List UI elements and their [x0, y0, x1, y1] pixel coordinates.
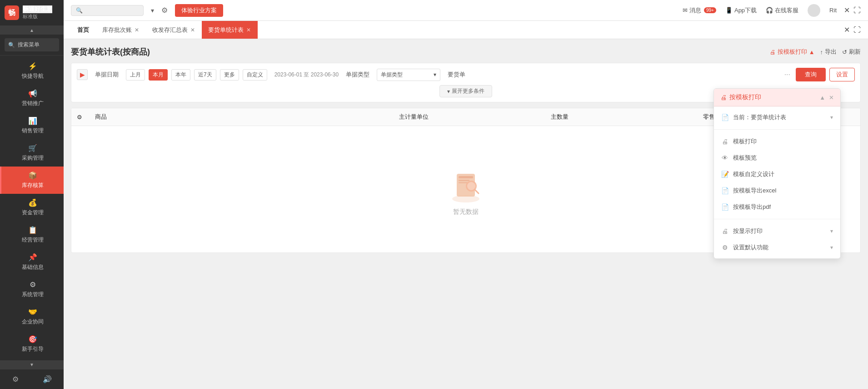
sidebar-bottom: ⚙ 🔊 — [0, 369, 64, 389]
svg-rect-4 — [459, 182, 468, 183]
close-window-icon[interactable]: ✕ — [844, 6, 850, 15]
settings-bottom-icon[interactable]: ⚙ — [10, 373, 20, 385]
dropdown-template-design[interactable]: 📝 模板自定义设计 — [714, 166, 840, 182]
dropdown-export-pdf-label: 按模板导出pdf — [733, 203, 771, 211]
finance-icon: 💰 — [28, 198, 37, 207]
username-label[interactable]: Rit — [829, 7, 837, 14]
sidebar-item-label: 企业协同 — [22, 318, 44, 326]
app-download-icon: 📱 — [725, 7, 733, 14]
sidebar-item-purchase[interactable]: 🛒 采购管理 — [0, 139, 64, 167]
col-checkbox: ⚙ — [77, 114, 95, 121]
app-download-action[interactable]: 📱 App下载 — [725, 6, 757, 15]
sidebar-item-label: 采购管理 — [22, 154, 44, 162]
export-label: 导出 — [825, 48, 837, 56]
tab-batch-account[interactable]: 库存批次账 ✕ — [96, 21, 146, 39]
dropdown-export-excel[interactable]: 📄 按模板导出excel — [714, 182, 840, 199]
svg-point-6 — [467, 182, 475, 190]
tab-home[interactable]: 首页 — [71, 21, 96, 39]
dropdown-excel-icon: 📄 — [721, 187, 728, 194]
refresh-button[interactable]: ↺ 刷新 — [842, 48, 861, 56]
dropdown-title-area: 🖨 按模板打印 — [720, 93, 761, 101]
tab-batch-label: 库存批次账 — [102, 26, 132, 34]
base-icon: 📌 — [28, 253, 37, 262]
header-search[interactable]: 🔍 — [71, 5, 144, 16]
query-button[interactable]: 查询 — [796, 68, 826, 81]
filter-expand-button[interactable]: ▾ 展开更多条件 — [439, 85, 492, 97]
top-header: 🔍 ▾ ⚙ 体验行业方案 ✉ 消息 99+ 📱 App下载 🎧 在线客服 Rit — [64, 0, 868, 21]
online-service-label: 在线客服 — [775, 6, 798, 15]
svg-rect-3 — [459, 180, 469, 181]
header-gear-icon[interactable]: ⚙ — [161, 6, 168, 15]
search-menu-button[interactable]: 🔍 搜索菜单 — [5, 38, 59, 51]
dropdown-template-print[interactable]: 🖨 模板打印 — [714, 133, 840, 150]
date-filter-label: 单据日期 — [95, 71, 119, 79]
table-settings-icon[interactable]: ⚙ — [77, 114, 82, 121]
tab-order-stats[interactable]: 要货单统计表 ✕ — [202, 21, 258, 39]
type-filter-select[interactable]: 单据类型 ▾ — [377, 69, 440, 81]
dropdown-set-default[interactable]: ⚙ 设置默认功能 ▾ — [714, 239, 840, 256]
export-button[interactable]: ↑ 导出 — [820, 48, 837, 56]
date-custom-btn[interactable]: 自定义 — [243, 69, 267, 81]
maximize-window-icon[interactable]: ⛶ — [853, 6, 861, 15]
sidebar-item-label: 系统管理 — [22, 291, 44, 298]
sidebar-item-label: 营销推广 — [22, 100, 44, 107]
brand-name: 畅通好生意 — [23, 5, 52, 13]
col-unit: 主计量单位 — [399, 113, 551, 121]
sidebar-scroll-up[interactable]: ▲ — [0, 26, 64, 35]
sidebar-item-collab[interactable]: 🤝 企业协同 — [0, 303, 64, 330]
sidebar-item-system[interactable]: ⚙ 系统管理 — [0, 276, 64, 303]
dropdown-display-icon: 🖨 — [721, 227, 728, 235]
sidebar-item-base[interactable]: 📌 基础信息 — [0, 248, 64, 276]
sidebar-item-guide[interactable]: 🎯 新手引导 — [0, 330, 64, 358]
tab-order-label: 要货单统计表 — [208, 26, 244, 34]
tab-receive-close-icon[interactable]: ✕ — [190, 27, 195, 33]
help-bottom-icon[interactable]: 🔊 — [41, 373, 54, 385]
tab-batch-close-icon[interactable]: ✕ — [135, 27, 139, 33]
date-7days-btn[interactable]: 近7天 — [194, 69, 216, 81]
filter-more-icon[interactable]: ··· — [783, 71, 792, 79]
search-icon: 🔍 — [8, 42, 15, 48]
date-prev-month-btn[interactable]: 上月 — [126, 69, 145, 81]
sidebar-item-marketing[interactable]: 📢 营销推广 — [0, 85, 64, 112]
filter-row: ▶ 单据日期 上月 本月 本年 近7天 更多 自定义 2023-06-01 至 … — [77, 68, 855, 81]
tab-order-close-icon[interactable]: ✕ — [246, 27, 251, 33]
online-service-action[interactable]: 🎧 在线客服 — [766, 6, 798, 15]
page-title: 要货单统计表(按商品) — [71, 46, 150, 57]
filter-toggle-button[interactable]: ▶ — [77, 69, 88, 80]
header-dropdown-icon[interactable]: ▾ — [151, 7, 154, 14]
trial-button[interactable]: 体验行业方案 — [175, 4, 223, 17]
date-curr-year-btn[interactable]: 本年 — [171, 69, 190, 81]
tab-expand-icon[interactable]: ⛶ — [853, 26, 861, 34]
sidebar-item-operations[interactable]: 📋 经营管理 — [0, 221, 64, 248]
tab-receive-label: 收发存汇总表 — [152, 26, 188, 34]
dropdown-template-preview[interactable]: 👁 模板预览 — [714, 150, 840, 166]
sidebar-item-sales[interactable]: 📊 销售管理 — [0, 112, 64, 139]
tab-receive-summary[interactable]: 收发存汇总表 ✕ — [146, 21, 202, 39]
sidebar-item-finance[interactable]: 💰 资金管理 — [0, 194, 64, 221]
avatar[interactable] — [808, 4, 820, 17]
dropdown-up-icon[interactable]: ▲ — [819, 94, 825, 101]
dropdown-printer-icon: 🖨 — [720, 94, 727, 101]
dropdown-current-chevron-icon: ▾ — [830, 114, 833, 121]
sidebar-scroll-down[interactable]: ▼ — [0, 360, 64, 369]
dropdown-template-print-label: 模板打印 — [733, 137, 757, 146]
dropdown-display-print[interactable]: 🖨 按显示打印 ▾ — [714, 223, 840, 239]
dropdown-export-pdf[interactable]: 📄 按模板导出pdf — [714, 199, 840, 215]
sales-icon: 📊 — [28, 116, 37, 125]
sidebar-item-inventory[interactable]: 📦 库存核算 — [0, 167, 64, 194]
header-actions: ✉ 消息 99+ 📱 App下载 🎧 在线客服 Rit — [683, 4, 837, 17]
tab-close-icon[interactable]: ✕ — [844, 25, 850, 34]
date-curr-month-btn[interactable]: 本月 — [149, 69, 168, 81]
dropdown-current-item[interactable]: 📄 当前：要货单统计表 ▾ — [714, 109, 840, 126]
sidebar-item-quick-nav[interactable]: ⚡ 快捷导航 — [0, 57, 64, 85]
message-action[interactable]: ✉ 消息 99+ — [683, 6, 716, 15]
quick-nav-icon: ⚡ — [28, 62, 37, 71]
dropdown-close-icon[interactable]: ✕ — [829, 94, 834, 101]
dropdown-template-preview-label: 模板预览 — [733, 154, 757, 162]
date-more-btn[interactable]: 更多 — [220, 69, 239, 81]
print-button[interactable]: 🖨 按模板打印 ▲ — [770, 48, 815, 56]
marketing-icon: 📢 — [28, 89, 37, 98]
refresh-icon: ↺ — [842, 49, 847, 56]
settings-button[interactable]: 设置 — [829, 68, 855, 81]
header-search-icon: 🔍 — [76, 7, 83, 14]
